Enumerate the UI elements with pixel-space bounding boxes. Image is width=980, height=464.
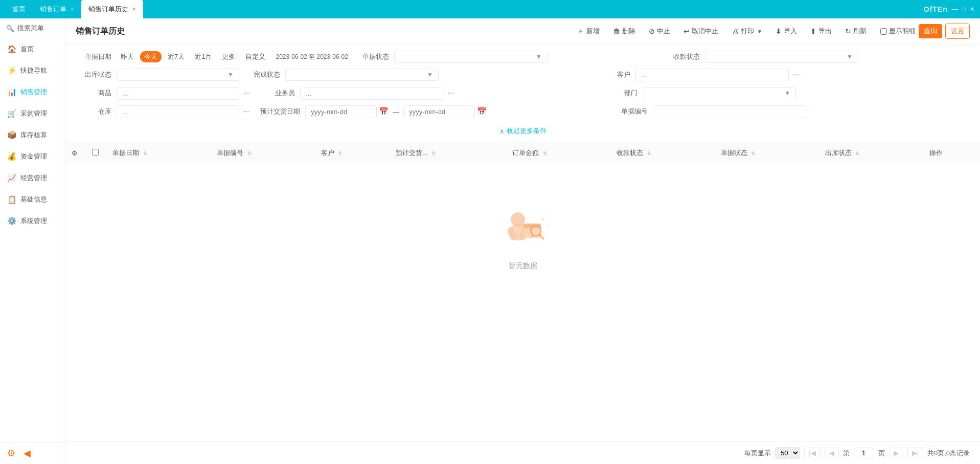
receipt-status-select[interactable]: ▼ bbox=[705, 51, 858, 63]
tab-home[interactable]: 首页 bbox=[5, 0, 33, 18]
customer-more-icon[interactable]: ··· bbox=[789, 68, 804, 81]
col-operations: 操作 bbox=[923, 143, 980, 163]
tab-sales-order-close[interactable]: × bbox=[71, 6, 74, 13]
per-page-select[interactable]: 50 bbox=[775, 447, 800, 459]
date-btn-1month[interactable]: 近1月 bbox=[191, 51, 216, 62]
sidebar-search[interactable]: 🔍 搜索菜单 bbox=[0, 18, 65, 38]
select-all-checkbox[interactable] bbox=[92, 149, 99, 156]
settings-button[interactable]: 设置 bbox=[945, 24, 970, 39]
goods-more-icon[interactable]: ··· bbox=[239, 86, 254, 100]
delivery-date-to[interactable] bbox=[403, 105, 475, 118]
col-order-status[interactable]: 单据状态 ⇅ bbox=[715, 143, 819, 163]
collapse-button[interactable]: ∧ 收起更多条件 bbox=[76, 123, 970, 137]
brand-label: OfTEn bbox=[924, 5, 948, 13]
new-button[interactable]: ＋ 新增 bbox=[572, 24, 605, 38]
salesman-input[interactable] bbox=[300, 87, 443, 100]
outbound-select[interactable]: ▼ bbox=[117, 69, 239, 81]
window-max[interactable]: □ bbox=[962, 6, 966, 13]
date-btn-7days[interactable]: 近7天 bbox=[164, 51, 189, 62]
query-button[interactable]: 查询 bbox=[919, 24, 942, 38]
cancel-suspend-button[interactable]: ↩ 取消中止 bbox=[678, 24, 723, 38]
tab-sales-order[interactable]: 销售订单 × bbox=[33, 0, 81, 18]
sidebar-item-purchase-label: 采购管理 bbox=[20, 109, 47, 118]
date-btn-yesterday[interactable]: 昨天 bbox=[117, 51, 138, 62]
col-checkbox[interactable] bbox=[86, 143, 106, 163]
date-btn-custom[interactable]: 自定义 bbox=[241, 51, 269, 62]
page-input[interactable] bbox=[854, 448, 874, 458]
filter-area: 单据日期 昨天 今天 近7天 近1月 更多 自定义 2023-06-02 至 2… bbox=[65, 45, 980, 143]
print-button[interactable]: 🖨 打印 ▼ bbox=[726, 24, 767, 38]
suspend-button[interactable]: ⊘ 中止 bbox=[644, 24, 675, 38]
col-delivery-date[interactable]: 预计交货... ⇅ bbox=[390, 143, 506, 163]
sidebar-settings-icon[interactable]: ⚙ bbox=[7, 448, 15, 459]
delete-button[interactable]: 🗑 删除 bbox=[608, 24, 641, 38]
sidebar-item-inventory[interactable]: 📦 库存核算 bbox=[0, 124, 65, 146]
outbound-arrow: ▼ bbox=[227, 71, 234, 78]
col-settings[interactable]: ⚙ bbox=[65, 143, 86, 163]
window-close[interactable]: ✕ bbox=[970, 6, 975, 13]
tab-sales-order-history-close[interactable]: × bbox=[132, 6, 136, 13]
delete-icon: 🗑 bbox=[613, 27, 620, 35]
date-btn-more[interactable]: 更多 bbox=[218, 51, 239, 62]
window-min[interactable]: — bbox=[952, 6, 958, 13]
sidebar-item-system-label: 系统管理 bbox=[20, 216, 47, 226]
sidebar-item-home[interactable]: 🏠 首页 bbox=[0, 38, 65, 60]
warehouse-more-icon[interactable]: ··· bbox=[239, 105, 254, 118]
empty-state: ✦ ✦ ✦ 暂无数据 bbox=[65, 163, 980, 312]
col-date[interactable]: 单据日期 ⇅ bbox=[106, 143, 211, 163]
col-number[interactable]: 单据编号 ⇅ bbox=[211, 143, 315, 163]
sidebar-item-quick-nav[interactable]: ⚡ 快捷导航 bbox=[0, 60, 65, 81]
tab-sales-order-history[interactable]: 销售订单历史 × bbox=[81, 0, 143, 18]
svg-text:✦: ✦ bbox=[544, 214, 546, 217]
goods-label: 商品 bbox=[76, 89, 117, 98]
outbound-sort-icon: ⇅ bbox=[855, 150, 859, 156]
order-num-label: 单据编号 bbox=[612, 107, 653, 116]
salesman-more-icon[interactable]: ··· bbox=[443, 86, 458, 100]
display-toggle-checkbox[interactable] bbox=[880, 28, 887, 35]
dept-select[interactable]: ▼ bbox=[643, 87, 796, 99]
import-button[interactable]: ⬇ 导入 bbox=[770, 24, 802, 38]
col-customer[interactable]: 客户 ⇅ bbox=[315, 143, 390, 163]
complete-arrow: ▼ bbox=[427, 71, 433, 78]
next-page-btn[interactable]: ▶ bbox=[889, 448, 903, 458]
outbound-label: 出库状态 bbox=[76, 70, 117, 79]
display-toggle[interactable]: 显示明细 bbox=[880, 27, 916, 36]
amount-sort-icon: ⇅ bbox=[543, 150, 547, 156]
sidebar-item-operations[interactable]: 📈 经营管理 bbox=[0, 167, 65, 189]
export-label: 导出 bbox=[818, 27, 832, 36]
delivery-date-to-cal-icon[interactable]: 📅 bbox=[477, 107, 487, 116]
prev-page-btn[interactable]: ◀ bbox=[825, 448, 839, 458]
receipt-status-arrow: ▼ bbox=[847, 53, 853, 60]
import-icon: ⬇ bbox=[776, 27, 782, 35]
first-page-btn[interactable]: |◀ bbox=[804, 448, 820, 458]
export-button[interactable]: ⬆ 导出 bbox=[805, 24, 837, 38]
col-outbound-status[interactable]: 出库状态 ⇅ bbox=[819, 143, 923, 163]
order-num-input[interactable] bbox=[653, 105, 806, 118]
col-amount[interactable]: 订单金额 ⇅ bbox=[506, 143, 610, 163]
sidebar-item-finance[interactable]: 💰 资金管理 bbox=[0, 146, 65, 167]
sidebar: 🔍 搜索菜单 🏠 首页 ⚡ 快捷导航 📊 销售管理 🛒 采购管理 📦 库存核算 … bbox=[0, 18, 65, 464]
sidebar-item-sales-mgmt[interactable]: 📊 销售管理 bbox=[0, 81, 65, 103]
sidebar-collapse-icon[interactable]: ◀ bbox=[24, 448, 31, 459]
pagination: 每页显示 50 |◀ ◀ 第 页 ▶ ▶| 共0页,0条记录 bbox=[65, 441, 980, 464]
sidebar-item-purchase-mgmt[interactable]: 🛒 采购管理 bbox=[0, 103, 65, 124]
order-status-select[interactable]: ▼ bbox=[394, 51, 548, 63]
goods-input[interactable] bbox=[117, 87, 239, 100]
date-btn-today[interactable]: 今天 bbox=[140, 51, 162, 62]
complete-select[interactable]: ▼ bbox=[285, 69, 439, 81]
refresh-button[interactable]: ↻ 刷新 bbox=[840, 24, 872, 38]
col-receipt-status[interactable]: 收款状态 ⇅ bbox=[610, 143, 715, 163]
window-controls: OfTEn — □ ✕ bbox=[924, 5, 975, 13]
delete-label: 删除 bbox=[622, 27, 635, 36]
delivery-date-from[interactable] bbox=[305, 105, 377, 118]
warehouse-input[interactable] bbox=[117, 105, 239, 118]
empty-text: 暂无数据 bbox=[509, 261, 537, 271]
dept-arrow: ▼ bbox=[784, 90, 790, 97]
delivery-date-from-cal-icon[interactable]: 📅 bbox=[379, 107, 389, 116]
refresh-label: 刷新 bbox=[853, 27, 867, 36]
customer-input[interactable] bbox=[635, 69, 789, 81]
sidebar-item-basic-info[interactable]: 📋 基础信息 bbox=[0, 189, 65, 210]
home-icon: 🏠 bbox=[7, 45, 16, 54]
sidebar-item-system-mgmt[interactable]: ⚙️ 系统管理 bbox=[0, 210, 65, 232]
last-page-btn[interactable]: ▶| bbox=[907, 448, 923, 458]
